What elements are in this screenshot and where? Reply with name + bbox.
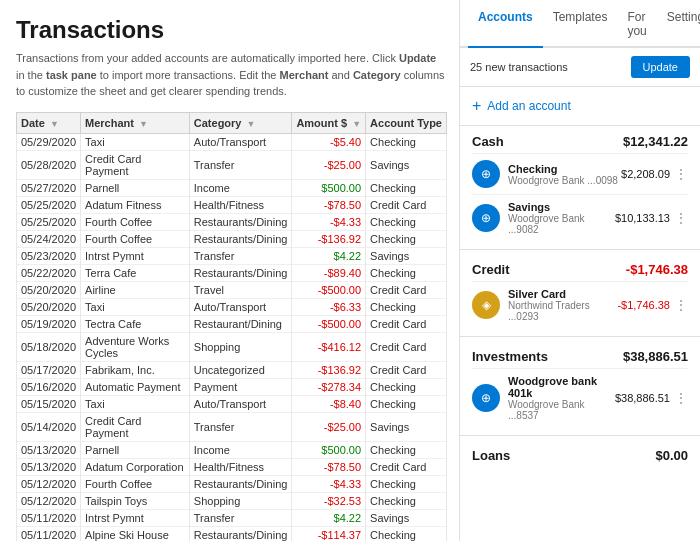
table-row: 05/25/2020Adatum FitnessHealth/Fitness-$… [17, 196, 447, 213]
divider-2 [460, 336, 700, 337]
silver-card-icon: ◈ [472, 291, 500, 319]
table-row: 05/12/2020Tailspin ToysShopping-$32.53Ch… [17, 492, 447, 509]
investments-label: Investments [472, 349, 548, 364]
table-row: 05/23/2020Intrst PymntTransfer$4.22Savin… [17, 247, 447, 264]
checking-name: Checking [508, 163, 621, 175]
table-row: 05/22/2020Terra CafeRestaurants/Dining-$… [17, 264, 447, 281]
table-row: 05/13/2020Adatum CorporationHealth/Fitne… [17, 458, 447, 475]
checking-menu-icon[interactable]: ⋮ [674, 166, 688, 182]
silver-card-sub: Northwind Traders ...0293 [508, 300, 617, 322]
divider-3 [460, 435, 700, 436]
table-row: 05/11/2020Alpine Ski HouseRestaurants/Di… [17, 526, 447, 541]
table-row: 05/28/2020Credit Card PaymentTransfer-$2… [17, 150, 447, 179]
savings-amount: $10,133.13 [615, 212, 670, 224]
silver-card-menu-icon[interactable]: ⋮ [674, 297, 688, 313]
cash-section: Cash $12,341.22 ⊕ Checking Woodgrove Ban… [460, 126, 700, 245]
transactions-table: Date ▼ Merchant ▼ Category ▼ Amount $ ▼ … [16, 112, 447, 542]
plus-icon: + [472, 97, 481, 115]
checking-details: Checking Woodgrove Bank ...0098 [508, 163, 621, 186]
col-account-type[interactable]: Account Type [366, 112, 447, 133]
tab-accounts[interactable]: Accounts [468, 0, 543, 48]
credit-total: -$1,746.38 [626, 262, 688, 277]
table-row: 05/25/2020Fourth CoffeeRestaurants/Dinin… [17, 213, 447, 230]
savings-icon: ⊕ [472, 204, 500, 232]
right-panel: Accounts Templates For you Settings 25 n… [460, 0, 700, 541]
cash-total: $12,341.22 [623, 134, 688, 149]
table-row: 05/27/2020ParnellIncome$500.00Checking [17, 179, 447, 196]
investments-section: Investments $38,886.51 ⊕ Woodgrove bank … [460, 341, 700, 431]
401k-details: Woodgrove bank 401k Woodgrove Bank ...85… [508, 375, 615, 421]
checking-icon: ⊕ [472, 160, 500, 188]
401k-icon: ⊕ [472, 384, 500, 412]
loans-label: Loans [472, 448, 510, 463]
table-row: 05/17/2020Fabrikam, Inc.Uncategorized-$1… [17, 361, 447, 378]
page-title: Transactions [16, 16, 447, 44]
table-row: 05/18/2020Adventure Works CyclesShopping… [17, 332, 447, 361]
savings-account: ⊕ Savings Woodgrove Bank ...9082 $10,133… [472, 194, 688, 241]
silver-card-amount: -$1,746.38 [617, 299, 670, 311]
update-button[interactable]: Update [631, 56, 690, 78]
add-account-button[interactable]: + Add an account [460, 87, 700, 126]
checking-sub: Woodgrove Bank ...0098 [508, 175, 621, 186]
col-date[interactable]: Date ▼ [17, 112, 81, 133]
credit-section: Credit -$1,746.38 ◈ Silver Card Northwin… [460, 254, 700, 332]
table-row: 05/29/2020TaxiAuto/Transport-$5.40Checki… [17, 133, 447, 150]
loans-section: Loans $0.00 [460, 440, 700, 471]
tab-templates[interactable]: Templates [543, 0, 618, 48]
cash-label: Cash [472, 134, 504, 149]
tab-bar: Accounts Templates For you Settings [460, 0, 700, 48]
savings-details: Savings Woodgrove Bank ...9082 [508, 201, 615, 235]
savings-name: Savings [508, 201, 615, 213]
401k-menu-icon[interactable]: ⋮ [674, 390, 688, 406]
loans-total: $0.00 [655, 448, 688, 463]
savings-sub: Woodgrove Bank ...9082 [508, 213, 615, 235]
notification-bar: 25 new transactions Update [460, 48, 700, 87]
tab-for-you[interactable]: For you [617, 0, 656, 48]
401k-name: Woodgrove bank 401k [508, 375, 615, 399]
table-row: 05/11/2020Intrst PymntTransfer$4.22Savin… [17, 509, 447, 526]
table-row: 05/20/2020AirlineTravel-$500.00Credit Ca… [17, 281, 447, 298]
table-row: 05/19/2020Tectra CafeRestaurant/Dining-$… [17, 315, 447, 332]
silver-card-name: Silver Card [508, 288, 617, 300]
401k-sub: Woodgrove Bank ...8537 [508, 399, 615, 421]
transactions-panel: Transactions Transactions from your adde… [0, 0, 460, 541]
table-row: 05/14/2020Credit Card PaymentTransfer-$2… [17, 412, 447, 441]
table-row: 05/20/2020TaxiAuto/Transport-$6.33Checki… [17, 298, 447, 315]
subtitle: Transactions from your added accounts ar… [16, 50, 447, 100]
add-account-label: Add an account [487, 99, 570, 113]
table-row: 05/24/2020Fourth CoffeeRestaurants/Dinin… [17, 230, 447, 247]
checking-account: ⊕ Checking Woodgrove Bank ...0098 $2,208… [472, 153, 688, 194]
silver-card-account: ◈ Silver Card Northwind Traders ...0293 … [472, 281, 688, 328]
table-row: 05/16/2020Automatic PaymentPayment-$278.… [17, 378, 447, 395]
401k-account: ⊕ Woodgrove bank 401k Woodgrove Bank ...… [472, 368, 688, 427]
table-row: 05/13/2020ParnellIncome$500.00Checking [17, 441, 447, 458]
table-row: 05/12/2020Fourth CoffeeRestaurants/Dinin… [17, 475, 447, 492]
notification-text: 25 new transactions [470, 61, 568, 73]
col-category[interactable]: Category ▼ [189, 112, 292, 133]
table-row: 05/15/2020TaxiAuto/Transport-$8.40Checki… [17, 395, 447, 412]
col-merchant[interactable]: Merchant ▼ [81, 112, 190, 133]
tab-settings[interactable]: Settings [657, 0, 700, 48]
divider-1 [460, 249, 700, 250]
silver-card-details: Silver Card Northwind Traders ...0293 [508, 288, 617, 322]
checking-amount: $2,208.09 [621, 168, 670, 180]
investments-total: $38,886.51 [623, 349, 688, 364]
savings-menu-icon[interactable]: ⋮ [674, 210, 688, 226]
col-amount[interactable]: Amount $ ▼ [292, 112, 366, 133]
401k-amount: $38,886.51 [615, 392, 670, 404]
credit-label: Credit [472, 262, 510, 277]
